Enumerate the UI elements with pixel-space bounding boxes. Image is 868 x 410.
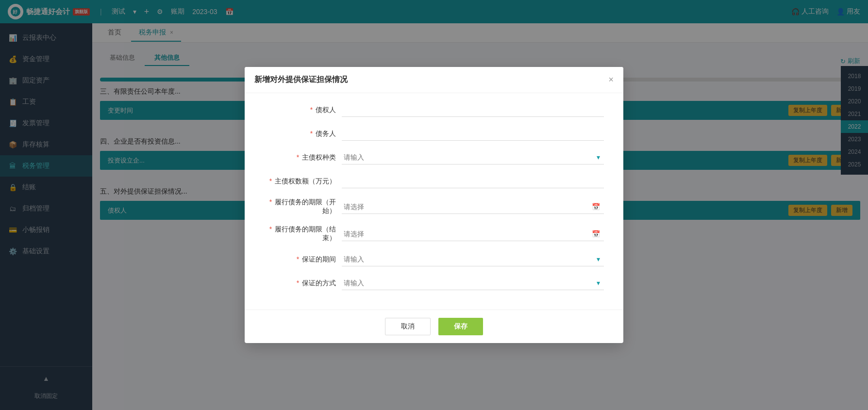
modal-body: * 债权人 * 债务人 * 主债权种类 [245, 93, 623, 310]
modal-footer: 取消 保存 [245, 310, 623, 343]
input-start-date[interactable] [342, 200, 588, 213]
select-guarantee-period[interactable]: ▾ [342, 252, 604, 266]
chevron-down-method-icon[interactable]: ▾ [593, 279, 604, 287]
label-claim-amount: * 主债权数额（万元） [264, 177, 342, 186]
calendar-end-icon[interactable]: 📅 [588, 230, 604, 238]
modal-overlay: 新增对外提供保证担保情况 × * 债权人 * 债务人 [0, 0, 868, 410]
chevron-down-icon[interactable]: ▾ [593, 153, 604, 161]
input-claim-amount[interactable] [342, 174, 604, 188]
modal-close-button[interactable]: × [608, 75, 614, 85]
save-button[interactable]: 保存 [438, 318, 483, 335]
calendar-start-icon[interactable]: 📅 [588, 203, 604, 211]
label-guarantee-period: * 保证的期间 [264, 255, 342, 264]
modal-header: 新增对外提供保证担保情况 × [245, 67, 623, 93]
date-end-date[interactable]: 📅 [342, 227, 604, 241]
input-guarantee-period[interactable] [342, 252, 593, 266]
form-row-guarantee-method: * 保证的方式 ▾ [264, 276, 604, 290]
select-guarantee-method[interactable]: ▾ [342, 276, 604, 290]
select-claim-type[interactable]: ▾ [342, 150, 604, 164]
form-row-creditor: * 债权人 [264, 103, 604, 117]
label-guarantee-method: * 保证的方式 [264, 279, 342, 288]
label-creditor: * 债权人 [264, 106, 342, 115]
chevron-down-period-icon[interactable]: ▾ [593, 255, 604, 263]
input-guarantee-method[interactable] [342, 276, 593, 290]
modal-title: 新增对外提供保证担保情况 [254, 75, 348, 85]
label-start-date: * 履行债务的期限（开始） [264, 198, 342, 215]
form-row-end-date: * 履行债务的期限（结束） 📅 [264, 225, 604, 243]
form-row-claim-amount: * 主债权数额（万元） [264, 174, 604, 188]
input-debtor[interactable] [342, 127, 604, 141]
form-row-claim-type: * 主债权种类 ▾ [264, 150, 604, 164]
label-claim-type: * 主债权种类 [264, 153, 342, 162]
date-start-date[interactable]: 📅 [342, 200, 604, 214]
input-claim-type[interactable] [342, 150, 593, 164]
input-creditor[interactable] [342, 103, 604, 117]
cancel-button[interactable]: 取消 [385, 318, 431, 335]
label-end-date: * 履行债务的期限（结束） [264, 225, 342, 243]
modal: 新增对外提供保证担保情况 × * 债权人 * 债务人 [245, 67, 623, 343]
form-row-guarantee-period: * 保证的期间 ▾ [264, 252, 604, 266]
form-row-start-date: * 履行债务的期限（开始） 📅 [264, 198, 604, 215]
input-end-date[interactable] [342, 227, 588, 241]
form-row-debtor: * 债务人 [264, 127, 604, 141]
label-debtor: * 债务人 [264, 130, 342, 138]
